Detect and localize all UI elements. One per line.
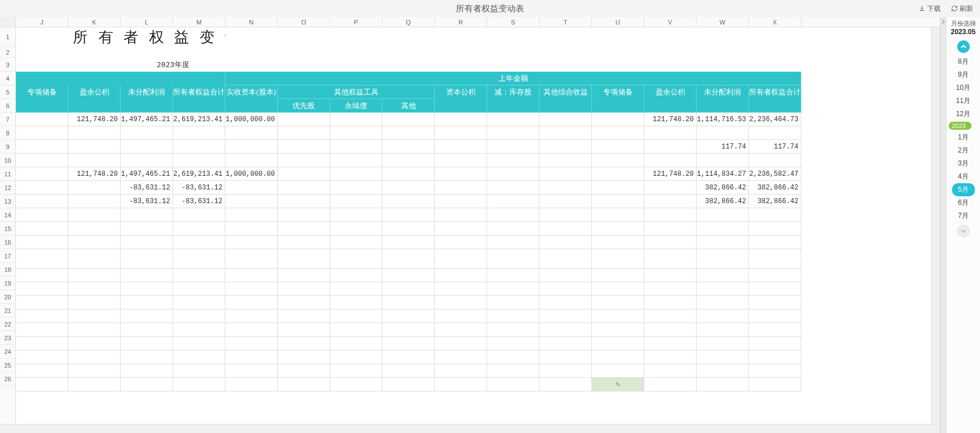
col-header[interactable]: X: [749, 17, 801, 27]
col-surplus-reserve: 盈余公积: [68, 85, 121, 99]
col-capital-reserve: 资本公积: [435, 85, 487, 99]
col-header[interactable]: J: [16, 17, 68, 27]
month-item[interactable]: 9月: [952, 68, 975, 81]
download-button[interactable]: 下载: [919, 4, 941, 14]
col-header[interactable]: L: [121, 17, 173, 27]
expand-panel-handle[interactable]: [940, 17, 946, 433]
table-row: [16, 126, 931, 140]
table-row: [16, 323, 931, 337]
row-header[interactable]: 23: [0, 331, 15, 345]
month-item[interactable]: 10月: [952, 81, 975, 94]
horizontal-scrollbar[interactable]: [0, 424, 940, 433]
col-header[interactable]: O: [278, 17, 330, 27]
col-header[interactable]: T: [540, 17, 592, 27]
col-preferred: 优先股: [278, 99, 330, 113]
col-header[interactable]: R: [435, 17, 487, 27]
month-item[interactable]: 12月: [952, 108, 975, 121]
table-row: [16, 154, 931, 167]
table-row: [16, 236, 931, 249]
month-item[interactable]: 5月: [952, 183, 975, 196]
table-row: -83,631.12 -83,631.12 382,866.42 382,866…: [16, 195, 931, 208]
month-item[interactable]: 3月: [952, 157, 975, 170]
month-picker-panel: 月份选择 2023.05 8月9月10月11月12月20231月2月3月4月5月…: [946, 17, 980, 433]
month-panel-title: 月份选择: [951, 17, 976, 28]
row-header[interactable]: 26: [0, 372, 15, 386]
edit-icon: ✎: [615, 380, 620, 389]
col-surplus-reserve-2: 盈余公积: [644, 85, 697, 99]
vertical-scrollbar[interactable]: [931, 27, 940, 424]
table-row: [16, 269, 931, 282]
row-header[interactable]: 1: [0, 27, 15, 47]
row-header[interactable]: 25: [0, 358, 15, 372]
col-header[interactable]: P: [330, 17, 382, 27]
row-header[interactable]: 15: [0, 222, 15, 236]
row-header[interactable]: 2: [0, 47, 15, 58]
row-header[interactable]: 21: [0, 304, 15, 317]
col-treasury-stock: 减：库存股: [487, 85, 540, 99]
table-row: [16, 249, 931, 269]
col-other: 其他: [382, 99, 435, 113]
row-header[interactable]: 6: [0, 99, 15, 113]
row-header[interactable]: 8: [0, 126, 15, 140]
month-item[interactable]: 2月: [952, 144, 975, 157]
chevron-right-icon: [941, 19, 946, 24]
col-undist-profit: 未分配利润: [121, 85, 173, 99]
table-row: [16, 282, 931, 296]
col-other-comp-income: 其他综合收益: [540, 85, 592, 99]
row-header[interactable]: 12: [0, 181, 15, 195]
refresh-icon: [951, 5, 958, 12]
row-header[interactable]: 19: [0, 277, 15, 290]
row-header[interactable]: 18: [0, 263, 15, 277]
year-badge: 2023: [949, 122, 971, 130]
col-header[interactable]: W: [697, 17, 749, 27]
row-header[interactable]: 16: [0, 236, 15, 249]
chevron-down-icon: [961, 228, 966, 234]
col-header[interactable]: K: [68, 17, 121, 27]
col-header[interactable]: Q: [382, 17, 435, 27]
col-header[interactable]: N: [225, 17, 278, 27]
table-row: [16, 337, 931, 350]
row-header[interactable]: 3: [0, 58, 15, 72]
month-nav-up[interactable]: [957, 40, 970, 53]
row-header[interactable]: 24: [0, 345, 15, 358]
download-icon: [919, 5, 925, 12]
row-header[interactable]: 4: [0, 72, 15, 85]
col-other-equity-instruments: 其他权益工具: [278, 85, 435, 99]
col-header[interactable]: V: [644, 17, 697, 27]
row-header[interactable]: 7: [0, 113, 15, 126]
month-item[interactable]: 1月: [952, 131, 975, 144]
col-paid-in-capital: 实收资本(股本): [225, 85, 278, 99]
row-header[interactable]: 20: [0, 290, 15, 304]
month-item[interactable]: 4月: [952, 170, 975, 183]
col-perpetual: 永续债: [330, 99, 382, 113]
row-header[interactable]: 22: [0, 317, 15, 331]
row-header[interactable]: 11: [0, 167, 15, 181]
table-row: [16, 310, 931, 323]
month-item[interactable]: 8月: [952, 55, 975, 68]
chevron-up-icon: [961, 44, 966, 50]
table-row: [16, 350, 931, 364]
spreadsheet-grid[interactable]: 所 有 者 权 益 变 动 表 2023年度 上年金额: [16, 27, 931, 424]
month-item[interactable]: 11月: [952, 94, 975, 108]
table-row: [16, 296, 931, 310]
row-header[interactable]: 5: [0, 85, 15, 99]
col-header[interactable]: U: [592, 17, 644, 27]
table-row: 121,748.20 1,497,465.21 2,619,213.41 1,0…: [16, 167, 931, 181]
row-header[interactable]: 17: [0, 249, 15, 263]
group-header-prev-year: 上年金额: [225, 72, 801, 85]
col-total-equity-2: 所有者权益合计: [749, 85, 801, 99]
row-header[interactable]: 9: [0, 140, 15, 154]
col-header[interactable]: S: [487, 17, 540, 27]
row-header[interactable]: 14: [0, 208, 15, 222]
table-row: [16, 222, 931, 236]
row-header[interactable]: 10: [0, 154, 15, 167]
table-row: 121,748.20 1,497,465.21 2,619,213.41 1,0…: [16, 113, 931, 126]
edit-cell[interactable]: ✎: [592, 378, 644, 391]
month-item[interactable]: 7月: [952, 209, 975, 222]
month-nav-down[interactable]: [957, 225, 970, 237]
refresh-button[interactable]: 刷新: [951, 4, 973, 14]
col-header[interactable]: M: [173, 17, 225, 27]
row-header[interactable]: 13: [0, 195, 15, 208]
month-item[interactable]: 6月: [952, 196, 975, 209]
col-special-reserve: 专项储备: [16, 85, 68, 99]
